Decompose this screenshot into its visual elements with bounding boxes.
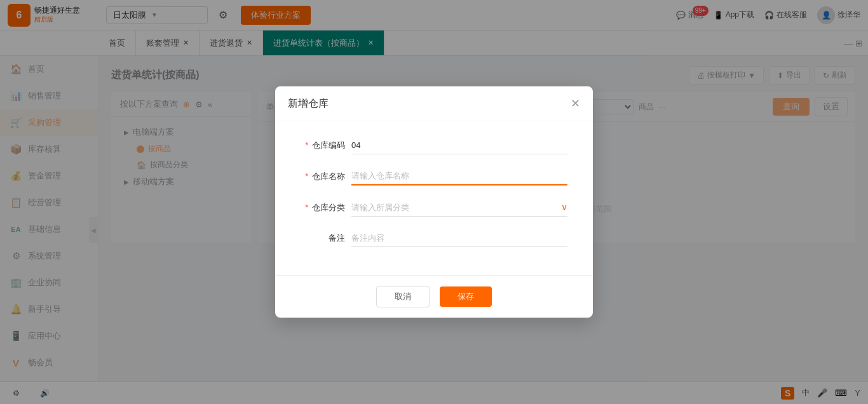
modal-title: 新增仓库 [288,97,329,111]
modal-footer: 取消 保存 [275,275,593,318]
warehouse-code-label: * 仓库编码 [301,140,351,151]
warehouse-code-input[interactable] [351,137,567,154]
modal-close-button[interactable]: ✕ [571,97,580,111]
warehouse-category-select[interactable]: ∨ [351,198,567,217]
modal-body: * 仓库编码 * 仓库名称 * 仓库分类 [275,121,593,275]
warehouse-category-input[interactable] [351,203,561,212]
remark-label: 备注 [301,232,351,244]
warehouse-name-input[interactable] [351,167,567,185]
modal-header: 新增仓库 ✕ [275,86,593,121]
modal-add-warehouse: 新增仓库 ✕ * 仓库编码 * 仓库名称 [275,86,593,318]
save-button[interactable]: 保存 [440,286,492,307]
cancel-button[interactable]: 取消 [376,286,430,307]
remark-input[interactable] [351,229,567,247]
warehouse-name-row: * 仓库名称 [301,167,567,185]
warehouse-category-label: * 仓库分类 [301,202,351,213]
remark-row: 备注 [301,229,567,247]
chevron-down-icon: ∨ [561,202,567,212]
warehouse-name-label: * 仓库名称 [301,171,351,182]
modal-overlay[interactable]: 新增仓库 ✕ * 仓库编码 * 仓库名称 [0,0,868,404]
warehouse-category-row: * 仓库分类 ∨ [301,198,567,217]
warehouse-code-row: * 仓库编码 [301,137,567,154]
